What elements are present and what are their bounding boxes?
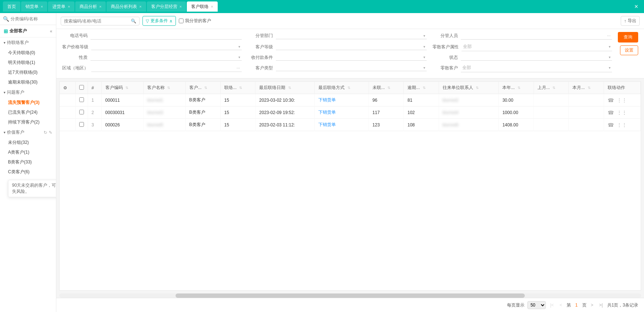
close-tab-sales[interactable]: × — [41, 4, 43, 9]
col-unit-contact[interactable]: 往来单位联系人 ⇅ — [439, 82, 499, 94]
dots-icon-manager[interactable]: ··· — [607, 33, 611, 38]
last-method-link[interactable]: 下销货单 — [318, 122, 336, 127]
my-customers-filter[interactable]: 我分管的客户 — [179, 18, 211, 24]
col-contact[interactable]: 联络... ⇅ — [220, 82, 255, 94]
sidebar-search-input[interactable] — [11, 16, 56, 21]
row-checkbox[interactable] — [79, 110, 84, 114]
query-button[interactable]: 查询 — [618, 32, 638, 42]
sidebar-item-declining[interactable]: 持续下滑客户(2) — [0, 117, 56, 127]
close-tab-customer-layer[interactable]: × — [180, 4, 182, 9]
filter-status: 状态 ▾ — [432, 54, 612, 61]
phone-input[interactable] — [90, 32, 242, 40]
export-btn[interactable]: ↑ 导出 — [621, 16, 640, 26]
select-all-checkbox[interactable] — [79, 85, 84, 90]
more-icon[interactable]: ⋮⋮ — [617, 110, 627, 116]
last-method-link[interactable]: 下销货单 — [318, 110, 336, 115]
tab-sales[interactable]: 销货单 × — [21, 1, 47, 12]
sidebar-item-tomorrow[interactable]: 明天待联络(1) — [0, 58, 56, 68]
sidebar-item-overdue[interactable]: 逾期未联络(30) — [0, 77, 56, 87]
col-checkbox[interactable] — [75, 82, 88, 94]
table-row: 1 000011 blurred1 B类客户 15 2023-03-02 10:… — [60, 94, 641, 106]
collapse-sidebar-btn[interactable]: « — [50, 29, 52, 34]
sidebar-item-7days[interactable]: 近7天待联络(0) — [0, 68, 56, 77]
search-input[interactable] — [64, 19, 129, 24]
tab-product-analysis[interactable]: 商品分析 × — [75, 1, 106, 12]
col-type[interactable]: 客户... ⇅ — [185, 82, 220, 94]
page-size-select[interactable]: 50 100 200 — [527, 301, 546, 309]
tab-purchase[interactable]: 进货单 × — [48, 1, 74, 12]
more-icon[interactable]: ⋮⋮ — [617, 97, 627, 103]
region-select[interactable]: ··· — [91, 64, 242, 72]
search-icon[interactable]: 🔍 — [131, 19, 136, 24]
col-last-method[interactable]: 最后联络方式 ⇅ — [315, 82, 369, 94]
close-tab-product-analysis[interactable]: × — [99, 4, 101, 9]
my-customers-checkbox[interactable] — [179, 19, 184, 23]
col-settings[interactable]: ⚙ — [60, 82, 75, 94]
tab-customer-layer[interactable]: 客户分层经营 × — [147, 1, 186, 12]
col-not-contact[interactable]: 未联... ⇅ — [369, 82, 403, 94]
row-checkbox[interactable] — [79, 97, 84, 102]
sidebar-item-churned[interactable]: 已流失客户(24) — [0, 108, 56, 117]
settings-icon[interactable]: ⚙ — [63, 85, 67, 90]
col-code[interactable]: 客户编码 ⇅ — [101, 82, 144, 94]
col-this-year[interactable]: 本年... ⇅ — [499, 82, 534, 94]
col-this-month[interactable]: 本月... ⇅ — [569, 82, 604, 94]
next-page-btn[interactable]: > — [589, 302, 595, 308]
close-tab-product-list[interactable]: × — [139, 4, 141, 9]
sidebar-item-today[interactable]: 今天待联络(0) — [0, 48, 56, 58]
status-select[interactable]: ▾ — [461, 54, 612, 61]
tab-customer-contact[interactable]: 客户联络 × — [187, 1, 217, 12]
zero-customer-select[interactable]: 全部 ▾ — [461, 64, 612, 72]
contact-icon[interactable]: ☎ — [608, 110, 614, 116]
row-last-method[interactable]: 下销货单 — [315, 94, 369, 106]
tab-homepage[interactable]: 首页 — [3, 1, 20, 12]
sidebar-group-value[interactable]: ▾ 价值客户 ↻ ✎ — [0, 127, 56, 138]
sidebar-item-class-a[interactable]: A类客户(1) — [0, 147, 56, 157]
row-actions: ☎ ⋮⋮ — [604, 106, 640, 119]
last-page-btn[interactable]: >| — [598, 302, 604, 308]
sidebar-item-class-c[interactable]: C类客户(6) — [0, 167, 56, 177]
zero-attr-select[interactable]: 全部 ▾ — [462, 42, 612, 51]
row-checkbox-cell[interactable] — [75, 94, 88, 106]
close-tab-purchase[interactable]: × — [68, 4, 70, 9]
manager-select[interactable]: ··· — [461, 32, 612, 40]
table-row: 2 00030031 blurred3 B类客户 15 2023-02-09 1… — [60, 106, 641, 119]
close-tab-customer-contact[interactable]: × — [211, 4, 213, 9]
prev-page-btn[interactable]: < — [558, 302, 564, 308]
col-name[interactable]: 客户名称 ⇅ — [144, 82, 186, 94]
col-last-date[interactable]: 最后联络日期 ⇅ — [255, 82, 315, 94]
row-checkbox-cell[interactable] — [75, 106, 88, 119]
nature-select[interactable]: ▾ — [90, 54, 242, 61]
sidebar-item-churn-warning[interactable]: 流失预警客户(3) — [0, 98, 56, 108]
last-method-link[interactable]: 下销货单 — [318, 97, 336, 102]
row-last-method[interactable]: 下销货单 — [315, 106, 369, 119]
contact-icon[interactable]: ☎ — [608, 97, 614, 103]
row-last-method[interactable]: 下销货单 — [315, 119, 369, 131]
sidebar-item-ungrouped[interactable]: 未分组(32) — [0, 138, 56, 147]
dots-icon-region[interactable]: ··· — [237, 65, 240, 70]
sidebar-group-problem[interactable]: ▾ 问题客户 — [0, 87, 56, 98]
more-conditions-btn[interactable]: ▽ 更多条件 ∧ — [142, 16, 176, 26]
col-last-month[interactable]: 上月... ⇅ — [534, 82, 568, 94]
more-icon[interactable]: ⋮⋮ — [617, 122, 627, 128]
horizontal-scrollbar[interactable] — [59, 293, 641, 298]
row-checkbox-cell[interactable] — [75, 119, 88, 131]
tab-product-list[interactable]: 商品分析列表 × — [106, 1, 146, 12]
chevron-down-payment: ▾ — [423, 55, 425, 59]
sidebar-item-class-b[interactable]: B类客户(33) — [0, 157, 56, 167]
row-checkbox[interactable] — [79, 122, 84, 127]
refresh-icon[interactable]: ↻ — [44, 130, 47, 135]
settings-button[interactable]: 设置 — [620, 45, 638, 55]
price-level-select[interactable]: ▾ — [91, 44, 242, 50]
close-all-tabs[interactable]: × — [631, 3, 641, 11]
sidebar-group-pending[interactable]: ▾ 待联络客户 — [0, 37, 56, 48]
scrollbar-thumb[interactable] — [176, 293, 525, 298]
first-page-btn[interactable]: |< — [549, 302, 555, 308]
customer-level-select[interactable]: ▾ — [276, 44, 427, 50]
col-overdue[interactable]: 逾期... ⇅ — [404, 82, 439, 94]
payment-select[interactable]: ▾ — [276, 54, 427, 61]
dept-select[interactable]: ▾ — [276, 33, 427, 39]
contact-icon[interactable]: ☎ — [608, 122, 614, 128]
edit-icon[interactable]: ✎ — [49, 130, 52, 135]
customer-type-select[interactable]: ▾ — [276, 65, 427, 71]
